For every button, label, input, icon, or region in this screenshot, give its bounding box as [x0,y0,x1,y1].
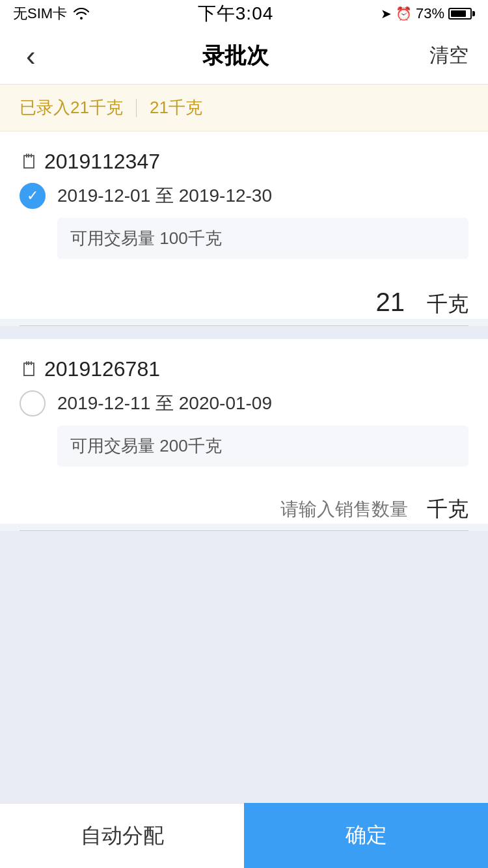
recorded-amount: 已录入21千克 [20,96,123,119]
auto-distribute-button[interactable]: 自动分配 [0,803,244,868]
banner-divider [136,99,137,117]
batch2-radio[interactable] [20,390,46,416]
wifi-icon [72,7,90,20]
batch1-radio[interactable]: ✓ [20,183,46,209]
batch2-date-row[interactable]: 2019-12-11 至 2020-01-09 [20,390,468,416]
confirm-button[interactable]: 确定 [244,803,488,868]
back-button[interactable]: ‹ [20,33,42,79]
batch1-quantity-value: 21 [376,288,405,317]
batch1-number: 2019112347 [44,150,160,174]
sales-quantity-input[interactable] [20,499,418,520]
batch2-icon: 🗒 [20,359,39,381]
batch2-header: 🗒 2019126781 [20,357,468,381]
batch1-date-row[interactable]: ✓ 2019-12-01 至 2019-12-30 [20,183,468,209]
battery-icon [448,8,475,20]
batch1-icon: 🗒 [20,151,39,173]
status-bar: 无SIM卡 下午3:04 ➤ ⏰ 73% [0,0,488,27]
alarm-icon: ⏰ [396,6,412,21]
bottom-bar: 自动分配 确定 [0,803,488,868]
nav-bar: ‹ 录批次 清空 [0,27,488,85]
battery-percent: 73% [416,5,444,22]
status-left: 无SIM卡 [13,4,90,23]
batch2-available: 可用交易量 200千克 [57,426,468,467]
gray-area [0,531,488,804]
check-mark: ✓ [27,189,38,203]
location-icon: ➤ [381,6,392,21]
batch1-quantity-row: 21 千克 [0,275,488,319]
status-time: 下午3:04 [198,1,274,26]
batch2-number: 2019126781 [44,357,160,381]
batch1-date-range: 2019-12-01 至 2019-12-30 [57,183,272,208]
section-separator [0,326,488,339]
batch2-date-range: 2019-12-11 至 2020-01-09 [57,391,272,416]
total-value: 21千克 [150,96,202,119]
info-banner: 已录入21千克 21千克 [0,85,488,131]
batch1-unit: 千克 [427,290,468,319]
sim-text: 无SIM卡 [13,4,67,23]
batch2-input-row: 千克 [0,482,488,524]
batch-card-1: 🗒 2019112347 ✓ 2019-12-01 至 2019-12-30 可… [0,131,488,275]
batch-card-2: 🗒 2019126781 2019-12-11 至 2020-01-09 可用交… [0,339,488,482]
batch2-unit: 千克 [427,495,468,524]
status-right: ➤ ⏰ 73% [381,5,475,22]
clear-button[interactable]: 清空 [429,42,468,69]
page-title: 录批次 [202,41,269,71]
batch1-header: 🗒 2019112347 [20,150,468,174]
batch1-available: 可用交易量 100千克 [57,218,468,259]
